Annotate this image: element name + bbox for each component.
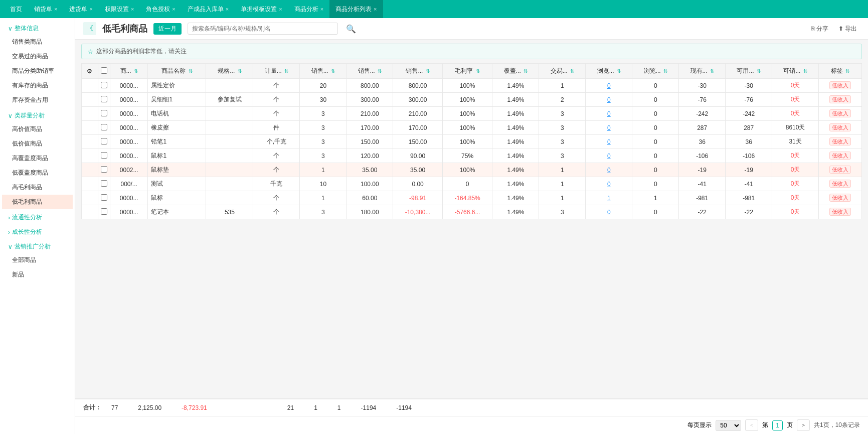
sidebar-item-sales-products[interactable]: 销售类商品: [2, 35, 73, 49]
sidebar-item-low-profit[interactable]: 低毛利商品: [2, 195, 73, 209]
col-sales-price[interactable]: 销售... ⇅: [346, 64, 393, 79]
sidebar-item-stocked-products[interactable]: 有库存的商品: [2, 78, 73, 93]
row-checkbox-9[interactable]: [98, 205, 110, 219]
row-sales-price-8: 60.00: [346, 191, 393, 205]
col-sales-qty[interactable]: 销售... ⇅: [300, 64, 346, 79]
sidebar-section-marketing[interactable]: ∨ 营销推广分析: [2, 238, 73, 253]
row-name-1[interactable]: 吴细细1: [148, 93, 206, 107]
col-browse2[interactable]: 浏览... ⇅: [632, 64, 679, 79]
row-checkbox-0[interactable]: [98, 79, 110, 93]
sidebar-item-new-products[interactable]: 新品: [2, 267, 73, 282]
close-sales-order-icon[interactable]: ×: [54, 6, 57, 12]
row-name-5[interactable]: 鼠标1: [148, 149, 206, 163]
col-browse1[interactable]: 浏览... ⇅: [586, 64, 632, 79]
row-browse1-0[interactable]: 0: [586, 79, 632, 93]
row-browse1-5[interactable]: 0: [586, 149, 632, 163]
nav-template-settings[interactable]: 单据模板设置 ×: [235, 0, 288, 18]
nav-product-analysis-list[interactable]: 商品分析列表 ×: [329, 0, 383, 18]
sidebar-item-low-coverage[interactable]: 低覆盖度商品: [2, 166, 73, 180]
close-permission-icon[interactable]: ×: [131, 6, 134, 12]
row-available-0: -30: [726, 79, 772, 93]
row-checkbox-8[interactable]: [98, 191, 110, 205]
close-template-settings-icon[interactable]: ×: [279, 6, 282, 12]
row-checkbox-3[interactable]: [98, 121, 110, 135]
sidebar-item-high-profit[interactable]: 高毛利商品: [2, 180, 73, 195]
row-browse1-2[interactable]: 0: [586, 107, 632, 121]
row-checkbox-7[interactable]: [98, 177, 110, 191]
row-name-3[interactable]: 橡皮擦: [148, 121, 206, 135]
export-button[interactable]: ⬆ 导出: [835, 23, 860, 35]
row-name-2[interactable]: 电话机: [148, 107, 206, 121]
sidebar-item-stock-capital[interactable]: 库存资金占用: [2, 93, 73, 107]
collapse-sidebar-button[interactable]: 《: [83, 22, 96, 35]
nav-purchase-order[interactable]: 进货单 ×: [63, 0, 98, 18]
col-code[interactable]: 商... ⇅: [110, 64, 147, 79]
close-product-analysis-list-icon[interactable]: ×: [374, 6, 377, 12]
nav-role-auth[interactable]: 角色授权 ×: [140, 0, 181, 18]
row-checkbox-6[interactable]: [98, 163, 110, 177]
row-name-6[interactable]: 鼠标垫: [148, 163, 206, 177]
filter-recent-month-button[interactable]: 近一月: [153, 23, 182, 35]
row-browse1-8[interactable]: 1: [586, 191, 632, 205]
row-tag-5: 低收入: [819, 149, 862, 163]
row-name-0[interactable]: 属性定价: [148, 79, 206, 93]
row-name-4[interactable]: 铅笔1: [148, 135, 206, 149]
row-browse1-4[interactable]: 0: [586, 135, 632, 149]
col-gross-rate[interactable]: 毛利率 ⇅: [442, 64, 492, 79]
row-browse1-7[interactable]: 0: [586, 177, 632, 191]
row-unit-7: 千克: [253, 177, 300, 191]
search-button[interactable]: 🔍: [344, 24, 358, 34]
per-page-select[interactable]: 50 20 100: [716, 420, 741, 431]
close-product-analysis-icon[interactable]: ×: [320, 6, 323, 12]
share-button[interactable]: ⎘ 分享: [808, 23, 831, 35]
sidebar-item-high-coverage[interactable]: 高覆盖度商品: [2, 151, 73, 166]
nav-home[interactable]: 首页: [4, 0, 28, 18]
sidebar-section-circulation[interactable]: › 流通性分析: [2, 209, 73, 224]
prev-page-button[interactable]: ＜: [745, 419, 758, 431]
row-browse1-6[interactable]: 0: [586, 163, 632, 177]
col-tag[interactable]: 标签 ⇅: [819, 64, 862, 79]
sidebar-section-growth[interactable]: › 成长性分析: [2, 224, 73, 238]
row-sellable-0: 0天: [772, 79, 819, 93]
select-all-checkbox[interactable]: [101, 67, 107, 74]
col-available[interactable]: 可用... ⇅: [726, 64, 772, 79]
col-sellable[interactable]: 可销... ⇅: [772, 64, 819, 79]
alert-bar: ☆ 这部分商品的利润非常低，请关注: [81, 44, 862, 59]
col-coverage[interactable]: 覆盖... ⇅: [492, 64, 539, 79]
col-current[interactable]: 现有... ⇅: [679, 64, 726, 79]
row-checkbox-1[interactable]: [98, 93, 110, 107]
nav-product-entry[interactable]: 产成品入库单 ×: [182, 0, 235, 18]
row-name-8[interactable]: 鼠标: [148, 191, 206, 205]
row-browse1-1[interactable]: 0: [586, 93, 632, 107]
col-unit[interactable]: 计量... ⇅: [253, 64, 300, 79]
col-spec[interactable]: 规格... ⇅: [206, 64, 253, 79]
sidebar-item-all-products[interactable]: 全部商品: [2, 253, 73, 267]
sidebar-item-traded-products[interactable]: 交易过的商品: [2, 49, 73, 64]
col-settings[interactable]: ⚙: [82, 64, 98, 79]
nav-product-analysis[interactable]: 商品分析 ×: [288, 0, 329, 18]
row-name-7[interactable]: 测试: [148, 177, 206, 191]
close-product-entry-icon[interactable]: ×: [226, 6, 229, 12]
next-page-button[interactable]: ＞: [797, 419, 810, 431]
close-role-auth-icon[interactable]: ×: [172, 6, 175, 12]
row-settings-4: [82, 135, 98, 149]
row-browse1-3[interactable]: 0: [586, 121, 632, 135]
sidebar-item-high-value[interactable]: 高价值商品: [2, 122, 73, 136]
row-checkbox-2[interactable]: [98, 107, 110, 121]
sidebar-item-category-rate[interactable]: 商品分类助销率: [2, 64, 73, 78]
search-input[interactable]: [188, 23, 338, 35]
col-sales-profit[interactable]: 销售... ⇅: [393, 64, 443, 79]
row-name-9[interactable]: 笔记本: [148, 205, 206, 219]
nav-permission[interactable]: 权限设置 ×: [99, 0, 140, 18]
sidebar-item-low-value[interactable]: 低价值商品: [2, 136, 73, 151]
sidebar-section-overview[interactable]: ∨ 整体信息: [2, 20, 73, 35]
row-browse1-9[interactable]: 0: [586, 205, 632, 219]
col-name[interactable]: 商品名称 ⇅: [148, 64, 206, 79]
row-checkbox-5[interactable]: [98, 149, 110, 163]
nav-sales-order[interactable]: 销货单 ×: [28, 0, 63, 18]
row-checkbox-4[interactable]: [98, 135, 110, 149]
sidebar-section-cluster[interactable]: ∨ 类群量分析: [2, 107, 73, 122]
close-purchase-order-icon[interactable]: ×: [89, 6, 92, 12]
col-trade[interactable]: 交易... ⇅: [539, 64, 586, 79]
row-browse2-1: 0: [632, 93, 679, 107]
